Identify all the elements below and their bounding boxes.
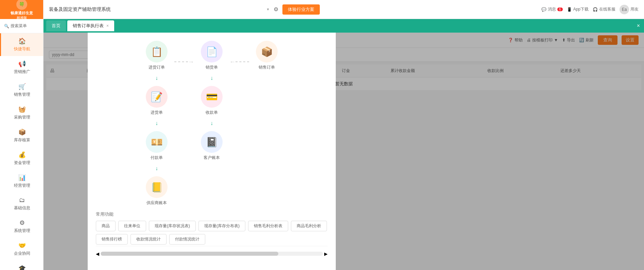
top-header: 装备及固定资产辅助管理系统 ▼ ⚙ 体验行业方案 💬 消息 6 📱 App下载 …	[43, 0, 644, 19]
sales-order-label: 销售订单	[259, 65, 275, 70]
sidebar-item-label: 销售管理	[14, 92, 30, 97]
sidebar-item-label: 系统管理	[14, 228, 30, 234]
search-label: 搜索菜单	[11, 23, 27, 29]
sales-label: 销货单	[206, 65, 218, 70]
finance-icon: 💰	[18, 151, 26, 159]
sidebar-nav: 🏠 快捷导航 📢 营销推广 🛒 销售管理 🧺 采购管理 📦 库存核算 💰	[0, 33, 43, 270]
purchase-order-label: 进货订单	[149, 65, 165, 70]
h-arrow-2-wrap: ←	[229, 41, 249, 161]
sidebar-item-inventory[interactable]: 📦 库存核算	[0, 124, 43, 147]
tab-home[interactable]: 首页	[46, 20, 66, 31]
receipt-label: 收款单	[206, 110, 218, 115]
function-buttons-row2: 销售排行榜 收款情况统计 付款情况统计	[96, 234, 328, 245]
func-btn-partner[interactable]: 往来单位	[118, 221, 146, 231]
scrollbar-horizontal[interactable]	[101, 252, 323, 256]
message-action[interactable]: 💬 消息 6	[541, 6, 563, 12]
newbie-icon: 🎓	[18, 265, 26, 270]
receipt-icon: 💳	[201, 86, 223, 108]
flow-node-sales-order[interactable]: 📦 销售订单	[249, 41, 284, 70]
sidebar-item-quick-nav[interactable]: 🏠 快捷导航	[0, 33, 43, 56]
scrollbar-thumb	[101, 252, 278, 256]
home-icon: 🏠	[18, 37, 26, 45]
flow-diagram: 📋 进货订单 ↓ 📝 进货单 ↓ 💴 付款单	[96, 41, 328, 206]
sidebar-item-marketing[interactable]: 📢 营销推广	[0, 56, 43, 79]
sidebar-item-system[interactable]: ⚙ 系统管理	[0, 215, 43, 238]
flow-node-supplier-ledger[interactable]: 📒 供应商账本	[139, 176, 174, 206]
sidebar-item-label: 营销推广	[14, 69, 30, 75]
app-download-label: App下载	[573, 6, 589, 12]
sidebar-item-base-info[interactable]: 🗂 基础信息	[0, 193, 43, 215]
flow-node-purchase-order[interactable]: 📋 进货订单	[139, 41, 174, 70]
payment-icon: 💴	[146, 131, 168, 153]
flow-node-customer-ledger[interactable]: 📓 客户账本	[194, 131, 229, 161]
dropdown-arrow-icon: ▼	[266, 7, 269, 11]
experience-btn[interactable]: 体验行业方案	[282, 4, 320, 15]
func-btn-sales-gross[interactable]: 销售毛利分析表	[248, 221, 288, 231]
flow-node-sales[interactable]: 📄 销货单	[194, 41, 229, 70]
flow-right-area: 📄 销货单 ↓ 💳 收款单 ↓ 📓	[194, 41, 284, 161]
sidebar-item-label: 资金管理	[14, 160, 30, 166]
tab-close-icon[interactable]: ×	[106, 23, 109, 28]
online-service-action[interactable]: 🎧 在线客服	[593, 6, 615, 12]
sidebar-item-label: 采购管理	[14, 114, 30, 120]
arrow-down-2: ↓	[155, 120, 158, 126]
purchase-icon: 📝	[146, 86, 168, 108]
avatar: Ea	[620, 5, 629, 14]
func-btn-product-gross[interactable]: 商品毛利分析	[291, 221, 327, 231]
sidebar-item-label: 经营管理	[14, 183, 30, 188]
message-icon: 💬	[541, 7, 546, 12]
system-icon: ⚙	[19, 219, 25, 227]
popup-overlay[interactable]: 📋 进货订单 ↓ 📝 进货单 ↓ 💴 付款单	[43, 33, 644, 270]
sidebar-item-finance[interactable]: 💰 资金管理	[0, 147, 43, 170]
sales-order-icon: 📦	[256, 41, 278, 62]
app-download-action[interactable]: 📱 App下载	[567, 6, 589, 12]
func-btn-receipt-stats[interactable]: 收款情况统计	[130, 234, 167, 245]
func-btn-product[interactable]: 商品	[96, 221, 116, 231]
sidebar-item-newbie[interactable]: 🎓 新手引导	[0, 260, 43, 270]
scroll-right-icon[interactable]: ▶	[324, 251, 328, 256]
tab-sales-order[interactable]: 销售订单执行表 ×	[67, 20, 114, 31]
func-btn-stock-dist[interactable]: 现存量(库存分布表)	[198, 221, 245, 231]
common-functions-title: 常用功能	[96, 211, 328, 217]
main-content: 装备及固定资产辅助管理系统 ▼ ⚙ 体验行业方案 💬 消息 6 📱 App下载 …	[43, 0, 644, 270]
inventory-icon: 📦	[18, 128, 26, 136]
flow-node-purchase[interactable]: 📝 进货单	[139, 86, 174, 115]
sidebar-item-purchase[interactable]: 🧺 采购管理	[0, 102, 43, 124]
sidebar-item-enterprise[interactable]: 🤝 企业协同	[0, 238, 43, 260]
purchase-label: 进货单	[151, 110, 163, 115]
scroll-left-icon[interactable]: ◀	[96, 251, 99, 256]
function-buttons: 商品 往来单位 现存量(库存状况表) 现存量(库存分布表) 销售毛利分析表 商品…	[96, 221, 328, 231]
message-label: 消息	[548, 6, 556, 12]
func-btn-stock-status[interactable]: 现存量(库存状况表)	[149, 221, 196, 231]
func-btn-payment-stats[interactable]: 付款情况统计	[169, 234, 205, 245]
app-download-icon: 📱	[567, 7, 572, 12]
h-arrows: →	[174, 41, 194, 76]
supplier-ledger-icon: 📒	[146, 176, 168, 198]
logo-icon: 🍀	[16, 0, 27, 10]
settings-button[interactable]: ⚙	[274, 6, 278, 13]
sidebar-item-label: 快捷导航	[14, 46, 30, 52]
flow-node-receipt[interactable]: 💳 收款单	[194, 86, 229, 115]
flow-left-col: 📋 进货订单 ↓ 📝 进货单 ↓ 💴 付款单	[139, 41, 174, 206]
sidebar-item-label: 库存核算	[14, 137, 30, 143]
system-title: 装备及固定资产辅助管理系统	[49, 6, 262, 13]
sidebar: 🍀 畅康通好生意 标准版 🔍 搜索菜单 🏠 快捷导航 📢 营销推广 🛒 销售管	[0, 0, 43, 270]
sidebar-item-operations[interactable]: 📊 经营管理	[0, 170, 43, 193]
purchase-order-icon: 📋	[146, 41, 168, 62]
sidebar-item-sales[interactable]: 🛒 销售管理	[0, 79, 43, 102]
flow-middle-col: 📄 销货单 ↓ 💳 收款单 ↓ 📓	[194, 41, 229, 161]
customer-ledger-label: 客户账本	[204, 155, 220, 161]
base-info-icon: 🗂	[19, 197, 25, 204]
message-badge: 6	[557, 7, 563, 11]
close-all-tabs-icon[interactable]: ×	[637, 23, 640, 29]
supplier-ledger-label: 供应商账本	[146, 200, 167, 206]
flow-node-payment[interactable]: 💴 付款单	[139, 131, 174, 161]
func-btn-sales-rank[interactable]: 销售排行榜	[96, 234, 128, 245]
search-icon: 🔍	[4, 24, 9, 29]
search-menu-button[interactable]: 🔍 搜索菜单	[3, 22, 40, 30]
user-action[interactable]: Ea 用友	[620, 5, 639, 14]
arrow-down-3: ↓	[155, 165, 158, 172]
sidebar-item-label: 基础信息	[14, 205, 30, 211]
sidebar-logo: 🍀 畅康通好生意 标准版	[0, 0, 43, 19]
page-body: ❓ 帮助 🖨 按模板打印 ▼ ⬆ 导出 🔄 刷新 查询 设置	[43, 33, 644, 270]
